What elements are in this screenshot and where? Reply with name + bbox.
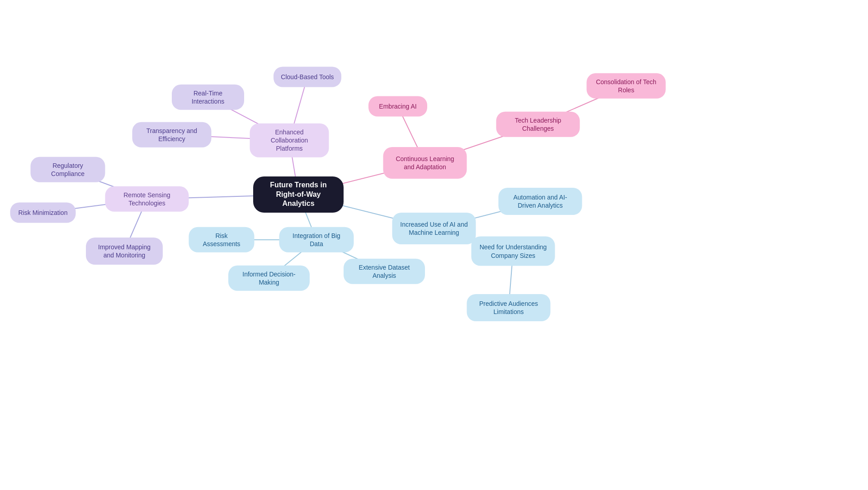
node-embracing-ai[interactable]: Embracing AI [368, 96, 427, 117]
mindmap-container: Future Trends in Right-of-Way AnalyticsE… [0, 0, 868, 490]
node-enhanced-collab[interactable]: Enhanced Collaboration Platforms [250, 124, 329, 157]
node-automation[interactable]: Automation and AI-Driven Analytics [499, 188, 582, 215]
node-transparency[interactable]: Transparency and Efficiency [132, 122, 212, 147]
node-extensive-dataset[interactable]: Extensive Dataset Analysis [344, 259, 425, 284]
node-predictive-audiences[interactable]: Predictive Audiences Limitations [467, 294, 551, 321]
node-real-time[interactable]: Real-Time Interactions [172, 85, 244, 110]
node-remote-sensing[interactable]: Remote Sensing Technologies [105, 186, 189, 212]
node-cloud-based[interactable]: Cloud-Based Tools [274, 67, 341, 87]
node-need-company-sizes[interactable]: Need for Understanding Company Sizes [472, 237, 555, 266]
node-improved-mapping[interactable]: Improved Mapping and Monitoring [86, 238, 163, 265]
node-increased-ai[interactable]: Increased Use of AI and Machine Learning [392, 213, 476, 244]
node-tech-leadership[interactable]: Tech Leadership Challenges [496, 112, 580, 137]
node-integration-bigdata[interactable]: Integration of Big Data [279, 227, 354, 252]
node-continuous-learning[interactable]: Continuous Learning and Adaptation [383, 147, 467, 179]
node-center[interactable]: Future Trends in Right-of-Way Analytics [253, 176, 344, 213]
node-consolidation[interactable]: Consolidation of Tech Roles [587, 73, 666, 99]
node-informed-decision[interactable]: Informed Decision-Making [228, 266, 310, 291]
node-regulatory[interactable]: Regulatory Compliance [31, 157, 105, 182]
node-risk-min[interactable]: Risk Minimization [10, 203, 76, 223]
node-risk-assess[interactable]: Risk Assessments [189, 227, 255, 252]
